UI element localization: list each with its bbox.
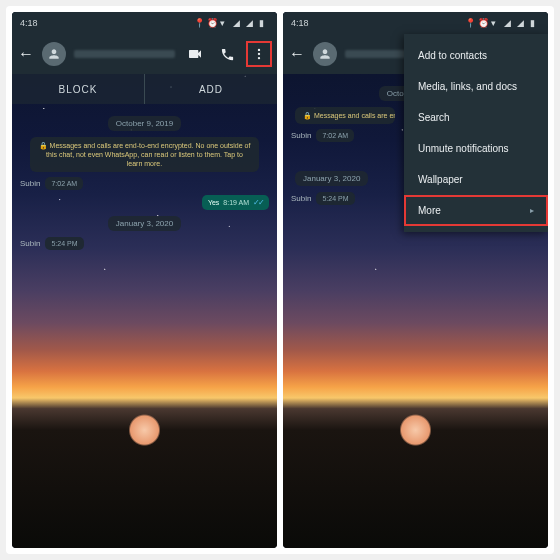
status-bar: 4:18 📍 ⏰ ▾ ◢ ◢ ▮ (12, 12, 277, 34)
date-pill: October 9, 2019 (108, 116, 181, 131)
read-ticks-icon: ✓✓ (253, 198, 263, 207)
block-button[interactable]: BLOCK (12, 74, 144, 104)
signal-icon: ◢ (246, 18, 256, 28)
svg-point-1 (258, 53, 260, 55)
message-out[interactable]: Yes 8:19 AM ✓✓ (20, 195, 269, 210)
svg-point-0 (258, 49, 260, 51)
signal-icon: ◢ (233, 18, 243, 28)
status-icons: 📍 ⏰ ▾ ◢ ◢ ▮ (465, 18, 540, 28)
voice-call-icon[interactable] (215, 42, 239, 66)
phone-left: 4:18 📍 ⏰ ▾ ◢ ◢ ▮ ← BLOCK ADD October 9, … (12, 12, 277, 548)
add-button[interactable]: ADD (145, 74, 277, 104)
status-time: 4:18 (20, 18, 38, 28)
date-pill: January 3, 2020 (108, 216, 181, 231)
avatar[interactable] (313, 42, 337, 66)
back-button[interactable]: ← (18, 45, 34, 63)
menu-search[interactable]: Search (404, 102, 548, 133)
menu-wallpaper[interactable]: Wallpaper (404, 164, 548, 195)
sender-name: Subin (20, 179, 40, 188)
message-time: 7:02 AM (45, 177, 83, 190)
message-time: 7:02 AM (316, 129, 354, 142)
sender-name: Subin (291, 131, 311, 140)
message-text: Yes (208, 199, 219, 206)
battery-icon: ▮ (530, 18, 540, 28)
alarm-icon: ⏰ (207, 18, 217, 28)
status-bar: 4:18 📍 ⏰ ▾ ◢ ◢ ▮ (283, 12, 548, 34)
alarm-icon: ⏰ (478, 18, 488, 28)
options-menu: Add to contacts Media, links, and docs S… (404, 34, 548, 232)
chat-topbar: ← (12, 34, 277, 74)
signal-icon: ◢ (504, 18, 514, 28)
status-icons: 📍 ⏰ ▾ ◢ ◢ ▮ (194, 18, 269, 28)
message-in[interactable]: Subin 5:24 PM (20, 237, 269, 250)
menu-media-links-docs[interactable]: Media, links, and docs (404, 71, 548, 102)
signal-icon: ◢ (517, 18, 527, 28)
message-time: 5:24 PM (316, 192, 354, 205)
message-time: 5:24 PM (45, 237, 83, 250)
location-icon: 📍 (194, 18, 204, 28)
menu-unmute-notifications[interactable]: Unmute notifications (404, 133, 548, 164)
date-pill: January 3, 2020 (295, 171, 368, 186)
location-icon: 📍 (465, 18, 475, 28)
back-button[interactable]: ← (289, 45, 305, 63)
message-time: 8:19 AM (223, 199, 249, 206)
unknown-contact-bar: BLOCK ADD (12, 74, 277, 104)
battery-icon: ▮ (259, 18, 269, 28)
wifi-icon: ▾ (220, 18, 230, 28)
message-bubble: Yes 8:19 AM ✓✓ (202, 195, 269, 210)
more-options-icon[interactable] (247, 42, 271, 66)
avatar[interactable] (42, 42, 66, 66)
phone-right: 4:18 📍 ⏰ ▾ ◢ ◢ ▮ ← October 9, 2019 🔒 Mes… (283, 12, 548, 548)
svg-point-2 (258, 57, 260, 59)
menu-more[interactable]: More▸ (404, 195, 548, 226)
contact-name[interactable] (74, 50, 175, 58)
encryption-notice[interactable]: 🔒 Messages and calls are end-to-end encr… (295, 107, 395, 124)
video-call-icon[interactable] (183, 42, 207, 66)
menu-add-to-contacts[interactable]: Add to contacts (404, 40, 548, 71)
sender-name: Subin (20, 239, 40, 248)
wifi-icon: ▾ (491, 18, 501, 28)
message-in[interactable]: Subin 7:02 AM (20, 177, 269, 190)
chat-area[interactable]: October 9, 2019 🔒 Messages and calls are… (12, 104, 277, 548)
status-time: 4:18 (291, 18, 309, 28)
encryption-notice[interactable]: 🔒 Messages and calls are end-to-end encr… (30, 137, 259, 172)
chevron-right-icon: ▸ (530, 206, 534, 215)
sender-name: Subin (291, 194, 311, 203)
